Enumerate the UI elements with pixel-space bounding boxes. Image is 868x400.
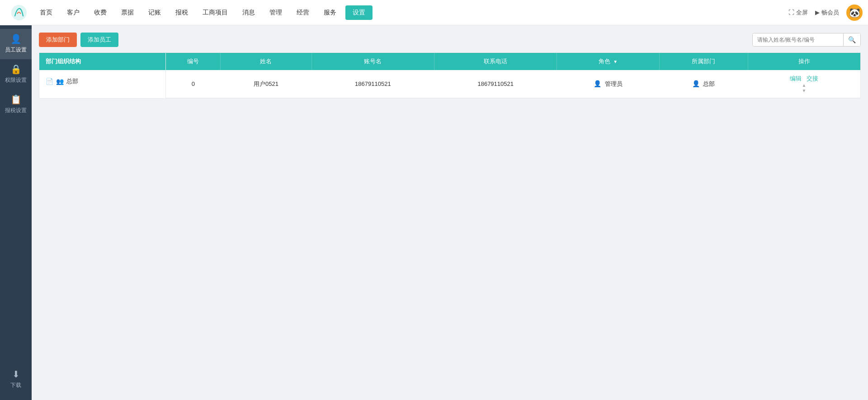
sidebar-item-download[interactable]: ⬇ 下载 — [0, 364, 32, 395]
logo-icon — [11, 5, 27, 21]
nav-bookkeep[interactable]: 记账 — [141, 0, 168, 25]
col-header-role[interactable]: 角色 ▼ — [557, 53, 659, 70]
cell-dept-value: 总部 — [703, 80, 715, 87]
search-box: 🔍 — [752, 33, 861, 47]
sidebar-item-employee[interactable]: 👤 员工设置 — [0, 29, 32, 59]
employee-icon: 👤 — [10, 34, 22, 43]
cell-dept: 👤 总部 — [659, 70, 748, 98]
nav-fee[interactable]: 收费 — [87, 0, 114, 25]
content-area: 添加部门 添加员工 🔍 部门组织结构 📄 👥 总部 — [32, 25, 868, 400]
cell-account: 18679110521 — [311, 70, 434, 98]
search-input[interactable] — [753, 34, 843, 46]
cell-id: 0 — [166, 70, 221, 98]
role-user-icon: 👤 — [594, 80, 601, 87]
vip-label: 畅会员 — [821, 9, 839, 17]
scroll-arrows: ▲ ▼ — [751, 83, 857, 93]
sidebar: 👤 员工设置 🔒 权限设置 📋 报税设置 ⬇ 下载 — [0, 25, 32, 400]
add-emp-button[interactable]: 添加员工 — [80, 33, 118, 47]
dept-tree-body: 📄 👥 总部 — [39, 70, 165, 93]
main-layout: 👤 员工设置 🔒 权限设置 📋 报税设置 ⬇ 下载 添加部门 添加员工 🔍 — [0, 25, 868, 400]
sidebar-label-permission: 权限设置 — [5, 76, 27, 84]
transfer-link[interactable]: 交接 — [807, 75, 818, 82]
col-header-account: 账号名 — [311, 53, 434, 70]
role-sort-icon: ▼ — [613, 59, 618, 64]
vip-btn[interactable]: ▶ 畅会员 — [815, 9, 839, 17]
cell-role: 👤 管理员 — [557, 70, 659, 98]
sidebar-label-employee: 员工设置 — [5, 46, 27, 54]
tax-icon: 📋 — [10, 95, 22, 104]
arrow-down-icon[interactable]: ▼ — [802, 88, 807, 93]
file-icon: 📄 — [46, 78, 53, 85]
edit-link[interactable]: 编辑 — [790, 75, 802, 82]
download-icon: ⬇ — [12, 370, 20, 379]
cell-action: 编辑 交接 ▲ ▼ — [748, 70, 860, 98]
nav-service[interactable]: 服务 — [316, 0, 344, 25]
dept-user-icon-row: 👤 — [692, 80, 700, 87]
emp-table-wrap: 编号 姓名 账号名 联系电话 角色 ▼ 所属部门 操作 — [166, 53, 860, 98]
toolbar: 添加部门 添加员工 🔍 — [39, 33, 861, 47]
cell-role-value: 管理员 — [605, 80, 623, 87]
col-header-dept: 所属部门 — [659, 53, 748, 70]
nav-manage[interactable]: 管理 — [262, 0, 289, 25]
search-button[interactable]: 🔍 — [843, 33, 860, 46]
cell-name: 用户0521 — [221, 70, 311, 98]
top-nav: 首页 客户 收费 票据 记账 报税 工商项目 消息 管理 经营 服务 设置 ⛶ … — [0, 0, 868, 25]
col-header-name: 姓名 — [221, 53, 311, 70]
nav-tax[interactable]: 报税 — [168, 0, 195, 25]
avatar[interactable]: 🐼 — [846, 5, 863, 21]
nav-right: ⛶ 全屏 ▶ 畅会员 🐼 — [788, 5, 863, 21]
nav-bill[interactable]: 票据 — [114, 0, 141, 25]
dept-user-icon: 👥 — [56, 78, 64, 85]
sidebar-item-taxsettings[interactable]: 📋 报税设置 — [0, 89, 32, 120]
col-header-id: 编号 — [166, 53, 221, 70]
nav-message[interactable]: 消息 — [235, 0, 262, 25]
col-role-label: 角色 — [599, 58, 610, 65]
col-header-action: 操作 — [748, 53, 860, 70]
arrow-up-icon[interactable]: ▲ — [802, 83, 807, 88]
sidebar-item-permission[interactable]: 🔒 权限设置 — [0, 59, 32, 89]
cell-phone: 18679110521 — [434, 70, 557, 98]
fullscreen-icon: ⛶ — [788, 9, 794, 16]
sidebar-label-download: 下载 — [10, 381, 21, 389]
fullscreen-btn[interactable]: ⛶ 全屏 — [788, 9, 808, 17]
dept-node-root[interactable]: 📄 👥 总部 — [39, 74, 165, 89]
table-header-row: 编号 姓名 账号名 联系电话 角色 ▼ 所属部门 操作 — [166, 53, 860, 70]
sidebar-label-taxsettings: 报税设置 — [5, 107, 27, 114]
nav-business[interactable]: 工商项目 — [195, 0, 235, 25]
col-header-phone: 联系电话 — [434, 53, 557, 70]
logo — [5, 0, 33, 25]
lock-icon: 🔒 — [10, 65, 22, 74]
vip-icon: ▶ — [815, 9, 820, 16]
table-row: 0 用户0521 18679110521 18679110521 👤 管理员 👤… — [166, 70, 860, 98]
nav-settings[interactable]: 设置 — [345, 5, 373, 20]
dept-tree-header: 部门组织结构 — [39, 53, 165, 70]
nav-items: 首页 客户 收费 票据 记账 报税 工商项目 消息 管理 经营 服务 设置 — [33, 0, 788, 25]
nav-home[interactable]: 首页 — [33, 0, 60, 25]
fullscreen-label: 全屏 — [796, 9, 808, 17]
nav-operation[interactable]: 经营 — [289, 0, 316, 25]
employee-table: 编号 姓名 账号名 联系电话 角色 ▼ 所属部门 操作 — [166, 53, 860, 98]
nav-customer[interactable]: 客户 — [60, 0, 87, 25]
add-dept-button[interactable]: 添加部门 — [39, 33, 77, 47]
dept-node-label: 总部 — [66, 77, 78, 85]
dept-tree: 部门组织结构 📄 👥 总部 — [39, 53, 166, 98]
split-panel: 部门组织结构 📄 👥 总部 编号 姓名 账号名 — [39, 52, 861, 99]
